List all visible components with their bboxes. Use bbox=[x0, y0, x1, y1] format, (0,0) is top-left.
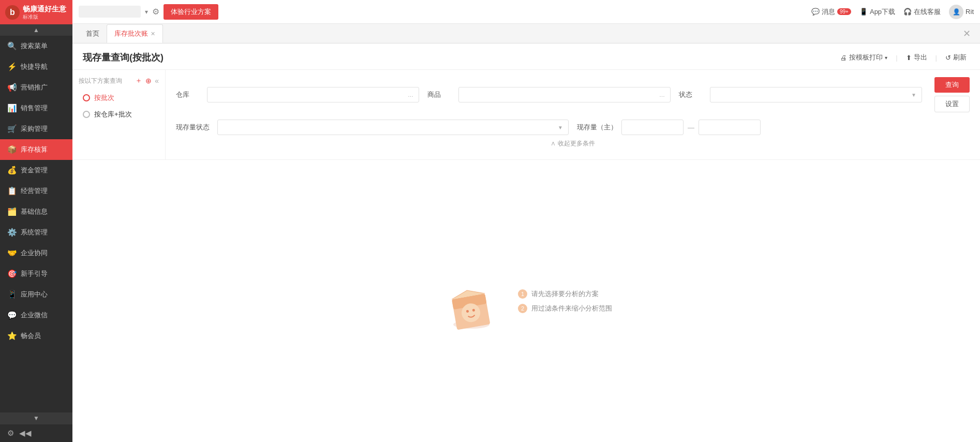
sidebar-scroll-up[interactable]: ▲ bbox=[0, 24, 72, 36]
empty-hint-2: 2 用过滤条件来缩小分析范围 bbox=[518, 304, 612, 313]
tab-batch[interactable]: 库存批次账 ✕ bbox=[107, 24, 163, 43]
sidebar-item-wechat[interactable]: 💬 企业微信 bbox=[0, 305, 72, 326]
avatar: 👤 bbox=[949, 5, 963, 19]
collapse-sidebar-icon[interactable]: ◀◀ bbox=[19, 429, 32, 438]
member-icon: ⭐ bbox=[7, 331, 17, 341]
quantity-field: 现存量（主） — bbox=[577, 120, 970, 135]
sidebar-header: b 畅康通好生意 标准版 bbox=[0, 0, 72, 24]
query-button[interactable]: 查询 bbox=[934, 77, 970, 93]
inventory-icon: 📦 bbox=[7, 145, 17, 154]
operations-icon: 📋 bbox=[7, 186, 17, 196]
empty-svg bbox=[440, 270, 502, 332]
sidebar-scroll-down[interactable]: ▼ bbox=[0, 412, 72, 424]
apps-icon: 📱 bbox=[7, 290, 17, 299]
marketing-icon: 📢 bbox=[7, 83, 17, 92]
inventory-status-chevron-icon: ▼ bbox=[558, 125, 563, 130]
app-download-item[interactable]: 📱 App下载 bbox=[859, 7, 895, 17]
scheme-item-by-warehouse-batch[interactable]: 按仓库+批次 bbox=[72, 106, 165, 123]
purchase-icon: 🛒 bbox=[7, 124, 17, 134]
wechat-icon: 💬 bbox=[7, 311, 17, 320]
left-panel: 按以下方案查询 ＋ ⊕ « 按批次 按仓库+批次 bbox=[72, 70, 166, 159]
topbar-right: 💬 消息 99+ 📱 App下载 🎧 在线客服 👤 Rit bbox=[811, 5, 974, 19]
tab-home[interactable]: 首页 bbox=[79, 25, 107, 42]
page-actions: 🖨 按模板打印 ▾ | ⬆ 导出 | ↺ 刷新 bbox=[837, 51, 970, 64]
sidebar: b 畅康通好生意 标准版 ▲ 🔍 搜索菜单 ⚡ 快捷导航 📢 营销推广 📊 销售… bbox=[0, 0, 72, 442]
empty-hint-1: 1 请先选择要分析的方案 bbox=[518, 289, 612, 299]
sidebar-item-purchase[interactable]: 🛒 采购管理 bbox=[0, 119, 72, 139]
topbar: ▾ ⚙ 体验行业方案 💬 消息 99+ 📱 App下载 🎧 在线客服 👤 Rit bbox=[72, 0, 980, 24]
status-chevron-icon: ▼ bbox=[911, 92, 916, 98]
scheme-item-by-batch[interactable]: 按批次 bbox=[72, 90, 165, 106]
filter-panel: 按以下方案查询 ＋ ⊕ « 按批次 按仓库+批次 bbox=[72, 70, 980, 160]
panel-close-icon[interactable]: ✕ bbox=[960, 28, 974, 39]
product-field: 商品 … bbox=[427, 87, 671, 102]
messages-item[interactable]: 💬 消息 99+ bbox=[811, 7, 851, 17]
sidebar-item-search[interactable]: 🔍 搜索菜单 bbox=[0, 36, 72, 56]
app-logo: b bbox=[5, 5, 20, 20]
sidebar-item-basic[interactable]: 🗂️ 基础信息 bbox=[0, 201, 72, 222]
sidebar-item-inventory[interactable]: 📦 库存核算 bbox=[0, 139, 72, 160]
search-icon: 🔍 bbox=[7, 41, 17, 51]
content-area: 现存量查询(按批次) 🖨 按模板打印 ▾ | ⬆ 导出 | ↺ 刷新 bbox=[72, 43, 980, 442]
industry-solution-button[interactable]: 体验行业方案 bbox=[164, 4, 218, 20]
quantity-min-input[interactable] bbox=[621, 120, 684, 135]
empty-hints: 1 请先选择要分析的方案 2 用过滤条件来缩小分析范围 bbox=[518, 289, 612, 313]
sidebar-item-operations[interactable]: 📋 经营管理 bbox=[0, 181, 72, 201]
warehouse-input[interactable]: … bbox=[207, 87, 419, 102]
right-filter: 仓库 … 商品 … 状态 bbox=[166, 70, 980, 159]
export-button[interactable]: ⬆ 导出 bbox=[903, 51, 930, 64]
page-title: 现存量查询(按批次) bbox=[83, 51, 164, 64]
sidebar-item-newuser[interactable]: 🎯 新手引导 bbox=[0, 263, 72, 284]
topbar-gear-icon[interactable]: ⚙ bbox=[152, 7, 159, 17]
sidebar-item-member[interactable]: ⭐ 畅会员 bbox=[0, 326, 72, 346]
sidebar-item-enterprise[interactable]: 🤝 企业协同 bbox=[0, 243, 72, 263]
tab-close-icon[interactable]: ✕ bbox=[151, 31, 155, 37]
topbar-search-input[interactable] bbox=[79, 6, 141, 18]
add-scheme-icon[interactable]: ＋ bbox=[135, 76, 142, 85]
quicknav-icon: ⚡ bbox=[7, 62, 17, 71]
tab-bar: 首页 库存批次账 ✕ ✕ bbox=[72, 24, 980, 43]
system-icon: ⚙️ bbox=[7, 228, 17, 237]
filter-row-1: 仓库 … 商品 … 状态 bbox=[176, 77, 970, 112]
print-icon: 🖨 bbox=[840, 54, 847, 62]
status-field: 状态 ▼ bbox=[679, 87, 922, 102]
topbar-chevron-icon[interactable]: ▾ bbox=[145, 8, 148, 16]
inventory-status-field: 现存量状态 ▼ bbox=[176, 120, 569, 135]
sidebar-item-sales[interactable]: 📊 销售管理 bbox=[0, 98, 72, 119]
finance-icon: 💰 bbox=[7, 166, 17, 175]
refresh-icon: ↺ bbox=[945, 54, 951, 62]
sidebar-item-apps[interactable]: 📱 应用中心 bbox=[0, 284, 72, 305]
quantity-max-input[interactable] bbox=[699, 120, 761, 135]
warehouse-more-icon: … bbox=[408, 92, 413, 98]
page-header: 现存量查询(按批次) 🖨 按模板打印 ▾ | ⬆ 导出 | ↺ 刷新 bbox=[72, 43, 980, 70]
inventory-status-select[interactable]: ▼ bbox=[217, 120, 569, 135]
collapse-panel-icon[interactable]: « bbox=[155, 77, 159, 85]
scheme-radio-filled bbox=[83, 94, 90, 101]
headset-icon: 🎧 bbox=[903, 8, 912, 16]
main-area: ▾ ⚙ 体验行业方案 💬 消息 99+ 📱 App下载 🎧 在线客服 👤 Rit bbox=[72, 0, 980, 442]
export-icon: ⬆ bbox=[906, 54, 912, 62]
settings-icon[interactable]: ⚙ bbox=[7, 429, 14, 438]
online-service-item[interactable]: 🎧 在线客服 bbox=[903, 7, 941, 17]
enterprise-icon: 🤝 bbox=[7, 248, 17, 258]
collapse-more-button[interactable]: ∧ 收起更多条件 bbox=[176, 135, 970, 152]
sidebar-item-quicknav[interactable]: ⚡ 快捷导航 bbox=[0, 56, 72, 77]
left-panel-header: 按以下方案查询 ＋ ⊕ « bbox=[72, 76, 165, 90]
filter-row-2: 现存量状态 ▼ 现存量（主） — bbox=[176, 120, 970, 135]
print-button[interactable]: 🖨 按模板打印 ▾ bbox=[837, 51, 890, 64]
status-select[interactable]: ▼ bbox=[710, 87, 922, 102]
basic-icon: 🗂️ bbox=[7, 207, 17, 216]
product-more-icon: … bbox=[659, 92, 665, 98]
warehouse-field: 仓库 … bbox=[176, 87, 419, 102]
product-input[interactable]: … bbox=[458, 87, 671, 102]
settings-button[interactable]: 设置 bbox=[934, 96, 970, 112]
sidebar-item-finance[interactable]: 💰 资金管理 bbox=[0, 160, 72, 181]
sidebar-item-system[interactable]: ⚙️ 系统管理 bbox=[0, 222, 72, 243]
sidebar-item-marketing[interactable]: 📢 营销推广 bbox=[0, 77, 72, 98]
print-chevron-icon: ▾ bbox=[885, 55, 887, 61]
user-profile[interactable]: 👤 Rit bbox=[949, 5, 974, 19]
scheme-settings-icon[interactable]: ⊕ bbox=[145, 77, 152, 85]
collapse-more-icon: ∧ bbox=[551, 140, 556, 147]
refresh-button[interactable]: ↺ 刷新 bbox=[942, 51, 970, 64]
message-icon: 💬 bbox=[811, 8, 820, 16]
